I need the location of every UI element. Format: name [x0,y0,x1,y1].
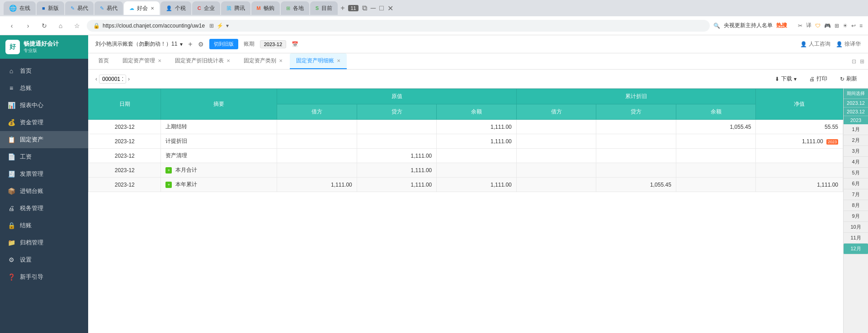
forward-button[interactable]: › [22,19,34,32]
tab-asset-category[interactable]: 固定资产类别 ✕ [237,53,289,69]
help-button[interactable]: 👤 人工咨询 [800,40,830,48]
period-year-label: 2023 [844,116,868,124]
page-number-input[interactable] [99,75,126,84]
period-sidebar: 期间选择 2023.12 2023.12 2023 1月 2月 3月 4月 5月… [843,89,868,333]
tab-asset-detail[interactable]: 固定资产明细账 ✕ [290,53,347,69]
period-month-4[interactable]: 4月 [844,157,868,168]
browser-tab-muqian[interactable]: S 目前 [310,1,338,15]
period-value: 2023-12 [260,40,286,48]
close-tab-category[interactable]: ✕ [279,58,283,63]
download-btn[interactable]: ⬇ 下载 ▾ [771,73,800,84]
user-info[interactable]: 👤 徐译华 [836,40,861,48]
sidebar-item-guide[interactable]: ❓ 新手引导 [0,268,88,286]
close-tab-detail[interactable]: ✕ [337,58,340,63]
sidebar-item-tax[interactable]: 🖨 税务管理 [0,200,88,217]
next-page-btn[interactable]: › [128,76,130,82]
tab-home[interactable]: 首页 [92,53,115,69]
app-title: 畅捷通好会计 [24,40,59,48]
cell-accum-debit-4 [516,163,596,178]
sidebar-item-ledger[interactable]: ≡ 总账 [0,80,88,97]
app-logo: 好 [5,40,20,54]
sidebar-item-reports[interactable]: 📊 报表中心 [0,97,88,114]
period-month-6[interactable]: 6月 [844,178,868,189]
browser-tab-geshui[interactable]: 👤 个税 [160,1,191,15]
main-content: 日期 摘要 原值 累计折旧 净值 借方 贷方 余额 借方 贷方 余额 [88,89,868,333]
close-tab-depreciation[interactable]: ✕ [226,58,230,63]
sidebar-item-purchase[interactable]: 📦 进销台账 [0,183,88,200]
cell-accum-balance-5 [676,178,756,192]
cell-orig-debit-1 [277,120,357,134]
period-month-3[interactable]: 3月 [844,146,868,157]
new-tab-button[interactable]: + [340,4,344,12]
fixed-assets-icon: 📋 [7,136,15,144]
period-month-8[interactable]: 8月 [844,200,868,211]
browser-tab-qiye[interactable]: C 企业 [192,1,220,15]
period-month-2[interactable]: 2月 [844,135,868,146]
sidebar-nav: ⌂ 首页 ≡ 总账 📊 报表中心 💰 资金管理 📋 固定资产 📄 工资 [0,59,88,333]
month-total-icon: + [165,167,172,174]
salary-icon: 📄 [7,153,15,161]
browser-tab-online[interactable]: 🌐 在线 [4,1,36,15]
print-btn[interactable]: 🖨 打印 [806,73,831,84]
reload-button[interactable]: ↻ [38,19,51,32]
tab-depreciation-stats[interactable]: 固定资产折旧统计表 ✕ [169,53,236,69]
back-button[interactable]: ‹ [5,19,18,32]
period-month-1[interactable]: 1月 [844,124,868,135]
browser-tab-yidai2[interactable]: ✎ 易代 [94,1,123,15]
sidebar-item-settings[interactable]: ⚙ 设置 [0,251,88,268]
app-subtitle: 专业版 [24,47,59,54]
cell-orig-debit-4 [277,163,357,178]
table-area: 日期 摘要 原值 累计折旧 净值 借方 贷方 余额 借方 贷方 余额 [88,89,843,333]
expand-icon[interactable]: ⊞ [860,58,864,65]
period-month-9[interactable]: 9月 [844,211,868,222]
home-button[interactable]: ⌂ [54,19,67,32]
switch-version-btn[interactable]: 切到旧版 [209,39,238,49]
print-icon: 🖨 [809,76,815,82]
table-row: 2023-12 上期结转 1,111.00 1,055.45 55.55 [89,120,843,134]
browser-tab-chang[interactable]: M 畅购 [251,1,280,15]
cell-net-1: 55.55 [756,120,843,134]
sidebar-item-fixed-assets[interactable]: 📋 固定资产 [0,131,88,148]
sidebar-item-archive[interactable]: 📁 归档管理 [0,234,88,251]
add-company-btn[interactable]: + [188,40,192,48]
collapse-icon[interactable]: ⊡ [852,58,856,65]
th-date: 日期 [89,89,161,120]
maximize-icon[interactable]: □ [379,4,384,12]
period-month-7[interactable]: 7月 [844,189,868,200]
th-accum-debit: 借方 [516,104,596,120]
refresh-btn[interactable]: ↻ 刷新 [836,73,861,84]
minimize-icon[interactable]: ─ [371,4,376,12]
period-month-12[interactable]: 12月 [844,244,868,254]
close-tab-fixed-assets[interactable]: ✕ [158,58,161,63]
period-month-10[interactable]: 10月 [844,222,868,233]
bookmark-button[interactable]: ☆ [71,19,83,32]
checkout-icon: 🔒 [7,221,15,230]
maximize-buttons: ⊡ ⊞ [852,58,864,65]
app-header: 刘小艳演示账套（勿删勿动！）11 ▾ + ⚙ 切到旧版 账期 2023-12 📅… [88,35,868,53]
period-month-5[interactable]: 5月 [844,168,868,178]
sidebar-item-checkout[interactable]: 🔒 结账 [0,217,88,234]
browser-tab-tencent[interactable]: 騰 腾讯 [221,1,250,15]
company-selector[interactable]: 刘小艳演示账套（勿删勿动！）11 ▾ [95,40,183,48]
period-month-11[interactable]: 11月 [844,233,868,244]
close-window-icon[interactable]: ✕ [387,4,393,13]
sidebar-item-invoice[interactable]: 🧾 发票管理 [0,165,88,183]
settings-icon: ⚙ [7,256,15,264]
url-bar[interactable]: 🔒 https://cloud.chanjet.com/accounting/u… [87,20,710,32]
browser-tab-haokuai[interactable]: ☁ 好会 ✕ [124,1,160,15]
prev-page-btn[interactable]: ‹ [95,76,97,82]
sidebar-item-home[interactable]: ⌂ 首页 [0,62,88,80]
calendar-icon[interactable]: 📅 [292,41,298,47]
cell-orig-debit-2 [277,134,357,149]
browser-tab-new[interactable]: ■ 新版 [37,1,64,15]
cell-orig-balance-2: 1,111.00 [437,134,517,149]
table-row-year-total: 2023-12 + 本年累计 1,111.00 1,111.00 1,111.0… [89,178,843,192]
browser-tab-gedi[interactable]: ⊞ 各地 [281,1,309,15]
sidebar-item-funds[interactable]: 💰 资金管理 [0,114,88,131]
restore-window-icon[interactable]: ⧉ [362,4,367,12]
tab-fixed-assets-mgmt[interactable]: 固定资产管理 ✕ [116,53,168,69]
settings-small-btn[interactable]: ⚙ [198,41,204,48]
sidebar-item-salary[interactable]: 📄 工资 [0,148,88,165]
browser-tab-yidai1[interactable]: ✎ 易代 [65,1,94,15]
close-tab-haokuai[interactable]: ✕ [151,6,154,11]
